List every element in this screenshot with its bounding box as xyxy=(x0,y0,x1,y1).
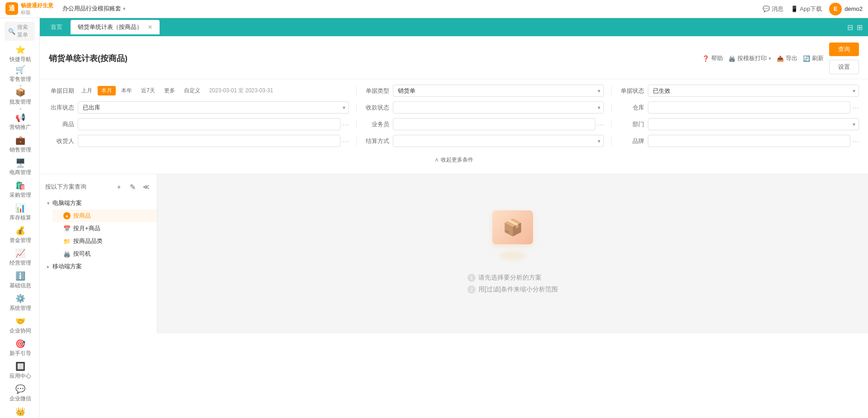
top-bar: 通 畅捷通好生意 标版 办公用品行业模拟账套 ▾ 💬 消息 📱 App下载 E … xyxy=(0,0,868,18)
out-status-select[interactable]: 已出库 xyxy=(78,101,349,114)
tree-node-by-goods-cat[interactable]: 📁 按商品品类 xyxy=(52,235,157,247)
doc-status-select[interactable]: 已生效 xyxy=(648,85,859,97)
tab-home[interactable]: 首页 xyxy=(43,20,70,34)
sidebar-item-corp[interactable]: 🤝 企业协同 xyxy=(0,314,39,337)
date-tag-last-month[interactable]: 上月 xyxy=(78,86,96,95)
content-area: 首页 销货单统计表（按商品） ✕ ⊟ ⊞ 销货单统计表(按商品) ❓ xyxy=(40,18,868,418)
salesman-dots-icon[interactable]: ··· xyxy=(597,120,604,128)
maximize-icon[interactable]: ⊞ xyxy=(857,23,863,32)
sidebar-item-finance[interactable]: 💰 资金管理 xyxy=(0,223,39,246)
app-download-icon: 📱 xyxy=(791,5,798,12)
help-icon: ❓ xyxy=(702,55,709,62)
sidebar-item-ecom[interactable]: 🖥️ 电商管理 xyxy=(0,156,39,178)
filter-row-3: 商品 ··· 业务员 ··· xyxy=(49,118,859,130)
sidebar-item-wechat[interactable]: 💬 企业微信 xyxy=(0,382,39,404)
brand-dots-icon[interactable]: ··· xyxy=(852,137,859,145)
edit-scheme-icon: ✎ xyxy=(130,183,136,191)
goods-input[interactable] xyxy=(78,118,340,130)
tree-node-pc[interactable]: ▾ 电脑端方案 xyxy=(40,197,157,209)
refresh-icon: 🔄 xyxy=(803,55,810,62)
step-2-num: 2 xyxy=(467,285,476,294)
collapse-conditions-btn[interactable]: ∧ 收起更多条件 xyxy=(49,152,859,168)
tree-node-by-month-goods[interactable]: 📅 按月+商品 xyxy=(52,222,157,235)
sales-icon: 💼 xyxy=(15,135,25,145)
filter-out-status: 出库状态 已出库 xyxy=(49,101,349,114)
sidebar-item-marketing[interactable]: 📢 营销推广 xyxy=(0,110,39,133)
tab-home-label: 首页 xyxy=(51,23,62,31)
wholesale-icon: 📦 xyxy=(15,87,25,97)
lp-collapse-btn[interactable]: ≪ xyxy=(141,181,151,192)
by-printer-icon: 🖨️ xyxy=(63,251,71,257)
sidebar-search-btn[interactable]: 🔍 搜索菜单 xyxy=(5,22,35,41)
query-button[interactable]: 查询 xyxy=(829,43,859,56)
industry-select[interactable]: 办公用品行业模拟账套 ▾ xyxy=(62,5,126,13)
sidebar-item-member[interactable]: 👑 畅会员 xyxy=(0,404,39,418)
date-tag-custom[interactable]: 自定义 xyxy=(180,86,204,95)
tab-sales-stat[interactable]: 销货单统计表（按商品） ✕ xyxy=(71,20,160,34)
top-bar-right: 💬 消息 📱 App下载 E demo2 xyxy=(763,3,863,15)
warehouse-dots-icon[interactable]: ··· xyxy=(852,104,859,112)
filter-warehouse: 仓库 ··· xyxy=(619,101,859,114)
empty-state: 📦 1 请先选择要分析的方案 xyxy=(157,174,868,333)
sidebar-item-guide[interactable]: 🎯 新手引导 xyxy=(0,337,39,359)
tree-node-mobile[interactable]: ▸ 移动端方案 xyxy=(40,260,157,273)
member-icon: 👑 xyxy=(15,407,25,417)
divider-1 xyxy=(356,86,357,95)
date-tag-this-month[interactable]: 本月 xyxy=(98,86,116,95)
settle-select-wrapper xyxy=(393,135,604,147)
empty-icon: 📦 xyxy=(486,210,540,265)
goods-dots-icon[interactable]: ··· xyxy=(342,120,349,128)
sidebar-item-sales[interactable]: 💼 销售管理 xyxy=(0,133,39,156)
date-label: 单据日期 xyxy=(49,87,74,95)
refresh-btn[interactable]: 🔄 刷新 xyxy=(803,54,824,62)
tab-close-icon[interactable]: ✕ xyxy=(148,24,152,30)
date-tag-this-year[interactable]: 本年 xyxy=(118,86,136,95)
user-area[interactable]: E demo2 xyxy=(829,3,863,15)
consignee-dots-icon[interactable]: ··· xyxy=(342,137,349,145)
help-btn[interactable]: ❓ 帮助 xyxy=(702,54,723,62)
settle-select[interactable] xyxy=(393,135,604,147)
doc-type-select[interactable]: 销货单 xyxy=(393,85,604,97)
settle-label: 结算方式 xyxy=(364,137,389,145)
lp-add-btn[interactable]: + xyxy=(113,181,124,192)
collect-status-select[interactable] xyxy=(393,101,604,114)
doc-type-label: 单据类型 xyxy=(364,87,389,95)
sidebar-item-ops[interactable]: 📈 经营管理 xyxy=(0,246,39,269)
apps-icon: 🔲 xyxy=(15,361,25,371)
salesman-control: ··· xyxy=(393,118,604,130)
tree-node-by-goods[interactable]: ● 按商品 xyxy=(52,209,157,222)
consignee-input[interactable] xyxy=(78,135,340,147)
empty-box-emoji: 📦 xyxy=(503,218,523,237)
user-name[interactable]: demo2 xyxy=(844,5,863,12)
warehouse-input[interactable] xyxy=(648,101,850,114)
filter-salesman: 业务员 ··· xyxy=(364,118,604,130)
sidebar-item-wholesale[interactable]: 📦 批发管理 ▴ xyxy=(0,88,39,110)
tree-node-by-printer[interactable]: 🖨️ 按司机 xyxy=(52,247,157,260)
export-btn[interactable]: 📤 导出 xyxy=(777,54,797,62)
date-tag-7days[interactable]: 近7天 xyxy=(137,86,159,95)
page-header: 销货单统计表(按商品) ❓ 帮助 🖨️ 按模板打印 ▾ 📤 xyxy=(40,36,868,79)
sidebar-item-system[interactable]: ⚙️ 系统管理 xyxy=(0,291,39,314)
settings-button[interactable]: 设置 xyxy=(829,60,859,74)
department-select[interactable] xyxy=(648,118,859,130)
sidebar-item-purchase[interactable]: 🛍️ 采购管理 xyxy=(0,178,39,201)
salesman-label: 业务员 xyxy=(364,120,389,128)
salesman-input[interactable] xyxy=(393,118,595,130)
guide-icon: 🎯 xyxy=(15,339,25,349)
lp-edit-btn[interactable]: ✎ xyxy=(127,181,138,192)
sidebar-item-basic[interactable]: ℹ️ 基础信息 xyxy=(0,269,39,291)
sidebar-item-shortcut[interactable]: ⭐ 快捷导航 xyxy=(0,43,39,65)
collect-status-select-wrapper xyxy=(393,101,604,114)
app-download-btn[interactable]: 📱 App下载 xyxy=(791,5,822,13)
sidebar-item-apps[interactable]: 🔲 应用中心 xyxy=(0,359,39,382)
sidebar-item-inventory[interactable]: 📊 库存核算 xyxy=(0,201,39,223)
date-tag-more[interactable]: 更多 xyxy=(160,86,179,95)
corp-icon: 🤝 xyxy=(15,316,25,326)
message-btn[interactable]: 💬 消息 xyxy=(763,5,783,13)
brand-input[interactable] xyxy=(648,135,850,147)
empty-text-list: 1 请先选择要分析的方案 2 用[过滤]条件来缩小分析范围 xyxy=(467,274,558,297)
minimize-icon[interactable]: ⊟ xyxy=(847,23,853,32)
print-btn[interactable]: 🖨️ 按模板打印 ▾ xyxy=(728,54,771,62)
filter-row-1: 单据日期 上月 本月 本年 近7天 更多 自定义 20 xyxy=(49,85,859,97)
sidebar-item-retail[interactable]: 🛒 零售管理 ▾ xyxy=(0,65,39,88)
